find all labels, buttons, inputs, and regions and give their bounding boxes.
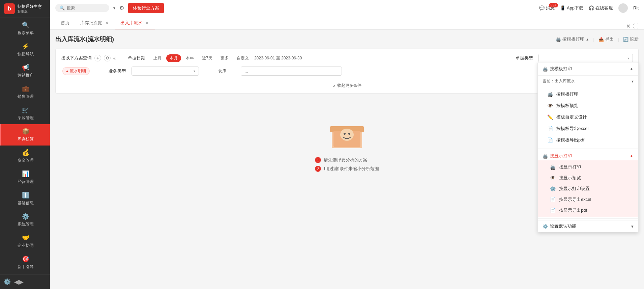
date-range-display: 2023-06-01 至 2023-06-30 bbox=[254, 55, 302, 61]
topbar-gear-icon[interactable]: ⚙ bbox=[119, 5, 124, 11]
step-2-num: 2 bbox=[315, 166, 321, 172]
dropdown-collapse-icon[interactable]: ▲ bbox=[630, 67, 634, 71]
date-tag-last-month[interactable]: 上月 bbox=[150, 54, 165, 62]
tab-home[interactable]: 首页 bbox=[55, 17, 75, 29]
window-expand-icon[interactable]: ⛶ bbox=[633, 23, 639, 29]
tab-batch-close[interactable]: ✕ bbox=[104, 20, 110, 26]
warehouse-select[interactable]: ... bbox=[241, 67, 342, 76]
template-design-item[interactable]: ✏️ 模板自定义设计 bbox=[538, 111, 638, 123]
svg-point-3 bbox=[340, 129, 354, 141]
sidebar-item-operations[interactable]: 📊 经营管理 bbox=[0, 167, 50, 188]
filter-doctype-group: 单据类型 ▾ bbox=[516, 54, 633, 62]
collapse-label: 收起更多条件 bbox=[337, 83, 361, 88]
sidebar-item-enterprise[interactable]: 🤝 企业协同 bbox=[0, 231, 50, 252]
date-tag-this-month[interactable]: 本月 bbox=[166, 54, 181, 62]
sidebar-item-basic[interactable]: ℹ️ 基础信息 bbox=[0, 188, 50, 209]
window-close-icon[interactable]: ✕ bbox=[626, 23, 631, 29]
filter-warehouse-group: 仓库 ... bbox=[218, 67, 342, 76]
doctype-placeholder bbox=[542, 56, 543, 60]
sidebar-item-quicknav[interactable]: ⚡ 快捷导航 bbox=[0, 39, 50, 60]
display-settings-item[interactable]: ⚙️ 按显示打印设置 bbox=[538, 183, 638, 194]
app-download-button[interactable]: 📱 App下载 bbox=[560, 5, 583, 11]
sidebar-item-label: 库存核算 bbox=[18, 136, 34, 142]
search-chevron-icon[interactable]: ▾ bbox=[113, 6, 115, 10]
page-header: 出入库流水(流水明细) 🖨️ 按模板打印 ▲ | 📤 导出 | 🔄 刷新 bbox=[55, 35, 639, 43]
footer-arrow-icon[interactable]: ▾ bbox=[631, 224, 634, 229]
username-label: Rit bbox=[633, 5, 639, 10]
display-excel-item[interactable]: 📄 按显示导出excel bbox=[538, 194, 638, 205]
collapse-scheme-icon[interactable]: « bbox=[113, 56, 116, 61]
date-tag-7days[interactable]: 近7天 bbox=[199, 54, 216, 62]
online-service-button[interactable]: 🎧 在线客服 bbox=[589, 5, 613, 11]
active-filter-tag: ● 流水明细 bbox=[62, 67, 90, 75]
sidebar-logo: b 畅捷通好生意 标准版 bbox=[0, 0, 50, 18]
sidebar-item-guide[interactable]: 🎯 新手引导 bbox=[0, 252, 50, 273]
close-icon[interactable]: ✕ bbox=[104, 20, 110, 26]
tab-home-label: 首页 bbox=[61, 20, 69, 26]
export-button[interactable]: 📤 导出 bbox=[598, 36, 614, 42]
scheme-settings-button[interactable]: ⚙ bbox=[104, 55, 111, 61]
search-input[interactable] bbox=[67, 6, 100, 10]
notification-badge: 99+ bbox=[549, 3, 558, 7]
sidebar-item-finance[interactable]: 💰 资金管理 bbox=[0, 146, 50, 167]
sidebar-item-label: 新手引导 bbox=[18, 264, 34, 270]
sidebar-item-label: 采购管理 bbox=[18, 115, 34, 121]
guide-icon: 🎯 bbox=[22, 255, 29, 263]
template-preview-item[interactable]: 👁️ 按模板预览 bbox=[538, 100, 638, 111]
sidebar-item-search[interactable]: 🔍 搜索菜单 bbox=[0, 18, 50, 39]
date-tag-this-year[interactable]: 本年 bbox=[182, 54, 197, 62]
topbar-search-box[interactable]: 🔍 bbox=[55, 4, 109, 12]
tab-flow[interactable]: 出入库流水 ✕ bbox=[115, 17, 155, 29]
display-preview-icon: 👁️ bbox=[550, 175, 556, 181]
display-print-icon: 🖨️ bbox=[550, 164, 556, 170]
display-print-item[interactable]: 🖨️ 按显示打印 bbox=[538, 162, 638, 173]
dropdown-footer: ⚙️ 设置默认功能 ▾ bbox=[538, 220, 638, 232]
sidebar-item-label: 快捷导航 bbox=[18, 51, 34, 57]
notification-button[interactable]: 💬 消息 99+ bbox=[539, 5, 555, 11]
sidebar-nav: 🔍 搜索菜单 ⚡ 快捷导航 📢 营销推广 💼 销售管理 🛒 采购管理 📦 库存核… bbox=[0, 18, 50, 274]
refresh-button[interactable]: 🔄 刷新 bbox=[623, 36, 639, 42]
filter-row-1: 按以下方案查询 + ⚙ « 单据日期 上月 本月 本年 近7天 更多 自定义 bbox=[61, 54, 633, 62]
date-tag-more[interactable]: 更多 bbox=[217, 54, 232, 62]
warehouse-placeholder: ... bbox=[244, 69, 248, 74]
display-section-icon: 🖨️ bbox=[543, 154, 548, 159]
add-scheme-button[interactable]: + bbox=[94, 55, 101, 61]
sidebar-item-inventory[interactable]: 📦 库存核算 bbox=[0, 124, 50, 146]
collapse-sidebar-icon[interactable]: ◀▶ bbox=[14, 278, 24, 286]
footer-label: 设置默认功能 bbox=[550, 223, 576, 229]
avatar[interactable] bbox=[618, 3, 628, 13]
current-arrow-icon: ▾ bbox=[632, 79, 634, 84]
collapse-button[interactable]: ∧ 收起更多条件 bbox=[333, 83, 361, 88]
template-print-icon: 🖨️ bbox=[547, 91, 553, 97]
template-print-item[interactable]: 🖨️ 按模板打印 bbox=[538, 88, 638, 100]
sidebar-item-system[interactable]: ⚙️ 系统管理 bbox=[0, 209, 50, 231]
print-template-button[interactable]: 🖨️ 按模板打印 ▲ bbox=[556, 36, 589, 42]
template-excel-icon: 📄 bbox=[547, 126, 553, 131]
display-section-arrow-icon[interactable]: ▲ bbox=[630, 154, 634, 158]
display-preview-item[interactable]: 👁️ 按显示预览 bbox=[538, 173, 638, 183]
display-pdf-label: 按显示导出pdf bbox=[559, 207, 587, 213]
close-icon[interactable]: ✕ bbox=[144, 20, 150, 26]
sidebar-item-marketing[interactable]: 📢 营销推广 bbox=[0, 60, 50, 82]
app-download-icon: 📱 bbox=[560, 5, 565, 10]
empty-svg bbox=[327, 118, 367, 152]
template-pdf-item[interactable]: 📄 按模板导出pdf bbox=[538, 134, 638, 146]
template-preview-label: 按模板预览 bbox=[556, 103, 578, 109]
tab-batch[interactable]: 库存批次账 ✕ bbox=[75, 17, 115, 29]
trial-button[interactable]: 体验行业方案 bbox=[128, 3, 164, 13]
tab-flow-label: 出入库流水 bbox=[120, 20, 142, 26]
dropdown-current: 当前：出入库流水 ▾ bbox=[538, 76, 638, 87]
display-pdf-item[interactable]: 📄 按显示导出pdf bbox=[538, 205, 638, 216]
filter-date-group: 单据日期 上月 本月 本年 近7天 更多 自定义 2023-06-01 至 20… bbox=[128, 54, 302, 62]
warehouse-label: 仓库 bbox=[218, 68, 238, 74]
sidebar-item-purchase[interactable]: 🛒 采购管理 bbox=[0, 103, 50, 124]
template-excel-item[interactable]: 📄 按模板导出excel bbox=[538, 123, 638, 134]
display-pdf-icon: 📄 bbox=[550, 208, 556, 213]
sidebar-item-label: 销售管理 bbox=[18, 94, 34, 100]
settings-icon[interactable]: ⚙️ bbox=[3, 278, 11, 286]
sidebar-item-sales[interactable]: 💼 销售管理 bbox=[0, 82, 50, 103]
tab-flow-close[interactable]: ✕ bbox=[144, 20, 150, 26]
date-tag-custom[interactable]: 自定义 bbox=[233, 54, 252, 62]
doctype-select[interactable]: ▾ bbox=[538, 54, 633, 62]
business-select[interactable]: ▾ bbox=[131, 67, 199, 76]
